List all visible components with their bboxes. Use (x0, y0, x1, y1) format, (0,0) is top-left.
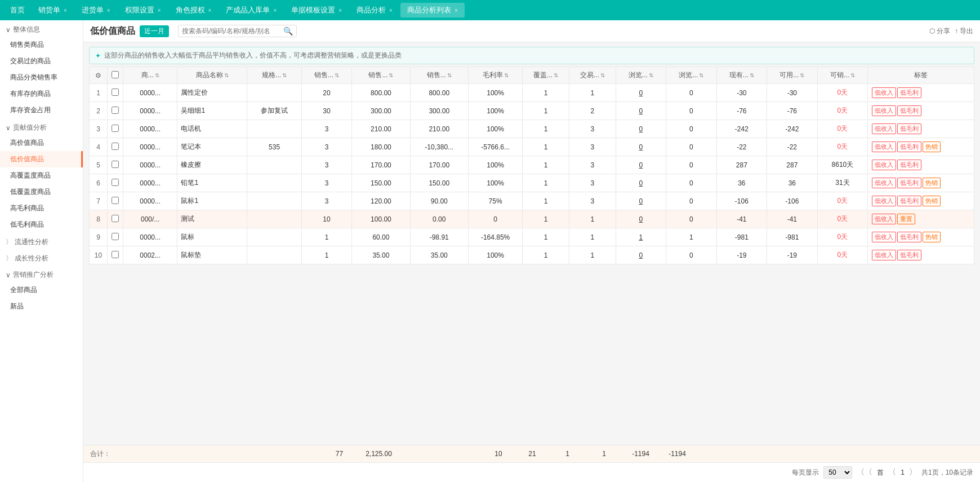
th-gross[interactable]: 毛利率⇅ (468, 67, 522, 84)
th-browse1[interactable]: 浏览...⇅ (616, 67, 666, 84)
date-filter-button[interactable]: 近一月 (140, 25, 169, 37)
export-button[interactable]: ↑ 导出 (955, 26, 973, 36)
row-checkbox[interactable] (112, 215, 119, 222)
search-icon[interactable]: 🔍 (283, 26, 293, 36)
th-browse2[interactable]: 浏览...⇅ (666, 67, 717, 84)
sort-icon[interactable]: ⇅ (750, 72, 754, 78)
sidebar-item-category-sales-rate[interactable]: 商品分类销售率 (0, 69, 83, 86)
nav-item-5[interactable]: 单据模板设置 × (284, 3, 349, 17)
search-input[interactable] (182, 27, 283, 35)
th-salable[interactable]: 可销...⇅ (817, 67, 868, 84)
row-browse1[interactable]: 0 (616, 192, 666, 210)
select-all-checkbox[interactable] (112, 71, 119, 78)
prev-page-button[interactable]: 〈 (888, 467, 896, 477)
sidebar-item-all-goods[interactable]: 全部商品 (0, 282, 83, 298)
sidebar-group-title-circulation[interactable]: 〉 流通性分析 (0, 233, 83, 249)
sort-icon[interactable]: ⇅ (335, 72, 339, 78)
row-browse1[interactable]: 0 (616, 120, 666, 138)
th-settings[interactable]: ⚙ (90, 67, 108, 84)
sidebar-group-title-overall[interactable]: ∨ 整体信息 (0, 20, 83, 37)
close-icon[interactable]: × (64, 7, 67, 14)
sidebar-item-traded-goods[interactable]: 交易过的商品 (0, 53, 83, 69)
sidebar-group-title-contribution[interactable]: ∨ 贡献值分析 (0, 118, 83, 135)
settings-icon[interactable]: ⚙ (95, 72, 101, 79)
browse1-value[interactable]: 0 (639, 107, 643, 115)
nav-item-6[interactable]: 商品分析 × (350, 3, 399, 17)
th-name[interactable]: 商品名称⇅ (177, 67, 247, 84)
sort-icon[interactable]: ⇅ (850, 72, 855, 78)
sort-icon[interactable]: ⇅ (600, 72, 605, 78)
close-icon[interactable]: × (107, 7, 110, 14)
nav-item-1[interactable]: 进货单 × (75, 3, 117, 17)
row-checkbox[interactable] (112, 233, 119, 240)
sort-icon[interactable]: ⇅ (447, 72, 452, 78)
sort-icon[interactable]: ⇅ (155, 72, 159, 78)
sidebar-group-title-growth[interactable]: 〉 成长性分析 (0, 249, 83, 266)
th-sales3[interactable]: 销售...⇅ (410, 67, 468, 84)
page-size-select[interactable]: 50 100 (823, 466, 852, 479)
row-browse1[interactable]: 1 (616, 228, 666, 246)
close-icon[interactable]: × (455, 7, 458, 14)
row-checkbox[interactable] (112, 179, 119, 186)
sort-icon[interactable]: ⇅ (282, 72, 287, 78)
browse1-value[interactable]: 0 (639, 215, 643, 223)
row-checkbox[interactable] (112, 107, 119, 114)
sidebar-item-high-coverage[interactable]: 高覆盖度商品 (0, 167, 83, 184)
th-cover[interactable]: 覆盖...⇅ (523, 67, 569, 84)
th-spec[interactable]: 规格...⇅ (247, 67, 301, 84)
browse1-value[interactable]: 0 (639, 197, 643, 205)
sidebar-item-inventory-fund[interactable]: 库存资金占用 (0, 102, 83, 118)
nav-item-2[interactable]: 权限设置 × (118, 3, 168, 17)
sort-icon[interactable]: ⇅ (389, 72, 393, 78)
nav-item-4[interactable]: 产成品入库单 × (219, 3, 283, 17)
sort-icon[interactable]: ⇅ (800, 72, 804, 78)
row-browse1[interactable]: 0 (616, 246, 666, 264)
browse1-value[interactable]: 0 (639, 251, 643, 259)
nav-item-7[interactable]: 商品分析列表 × (400, 3, 465, 17)
browse1-value[interactable]: 0 (639, 161, 643, 169)
row-checkbox[interactable] (112, 251, 119, 258)
th-current[interactable]: 现有...⇅ (716, 67, 767, 84)
close-icon[interactable]: × (338, 7, 342, 14)
browse1-value[interactable]: 0 (639, 143, 643, 151)
th-sales2[interactable]: 销售...⇅ (352, 67, 410, 84)
nav-home[interactable]: 首页 (5, 3, 30, 17)
browse1-value[interactable]: 0 (639, 179, 643, 187)
next-page-button[interactable]: 〉 (909, 467, 917, 477)
row-browse1[interactable]: 0 (616, 138, 666, 156)
first-page-button[interactable]: 〈〈 (857, 467, 872, 477)
sidebar-group-title-marketing[interactable]: ∨ 营销推广分析 (0, 266, 83, 282)
close-icon[interactable]: × (389, 7, 393, 14)
row-browse1[interactable]: 0 (616, 156, 666, 174)
th-sales1[interactable]: 销售...⇅ (301, 67, 352, 84)
row-checkbox[interactable] (112, 161, 119, 168)
sort-icon[interactable]: ⇅ (504, 72, 509, 78)
browse1-value[interactable]: 0 (639, 125, 643, 133)
sort-icon[interactable]: ⇅ (699, 72, 703, 78)
th-available[interactable]: 可用...⇅ (767, 67, 818, 84)
th-trade[interactable]: 交易...⇅ (569, 67, 616, 84)
th-code[interactable]: 商...⇅ (123, 67, 177, 84)
browse1-value[interactable]: 0 (639, 89, 643, 97)
sort-icon[interactable]: ⇅ (554, 72, 558, 78)
close-icon[interactable]: × (208, 7, 212, 14)
row-browse1[interactable]: 0 (616, 174, 666, 192)
browse1-value[interactable]: 1 (639, 233, 643, 241)
sidebar-item-low-coverage[interactable]: 低覆盖度商品 (0, 184, 83, 200)
sidebar-item-low-margin[interactable]: 低毛利商品 (0, 216, 83, 233)
row-checkbox[interactable] (112, 125, 119, 132)
share-button[interactable]: ⬡ 分享 (929, 26, 950, 36)
sidebar-item-low-value[interactable]: 低价值商品 (0, 151, 83, 167)
sidebar-item-new-goods[interactable]: 新品 (0, 298, 83, 315)
row-checkbox[interactable] (112, 143, 119, 150)
row-browse1[interactable]: 0 (616, 210, 666, 228)
close-icon[interactable]: × (273, 7, 277, 14)
row-checkbox[interactable] (112, 197, 119, 204)
close-icon[interactable]: × (158, 7, 161, 14)
sidebar-item-inventory-goods[interactable]: 有库存的商品 (0, 86, 83, 102)
sort-icon[interactable]: ⇅ (649, 72, 653, 78)
sidebar-item-high-margin[interactable]: 高毛利商品 (0, 200, 83, 216)
sidebar-item-sales-goods[interactable]: 销售类商品 (0, 37, 83, 53)
row-checkbox[interactable] (112, 89, 119, 96)
nav-item-3[interactable]: 角色授权 × (169, 3, 219, 17)
